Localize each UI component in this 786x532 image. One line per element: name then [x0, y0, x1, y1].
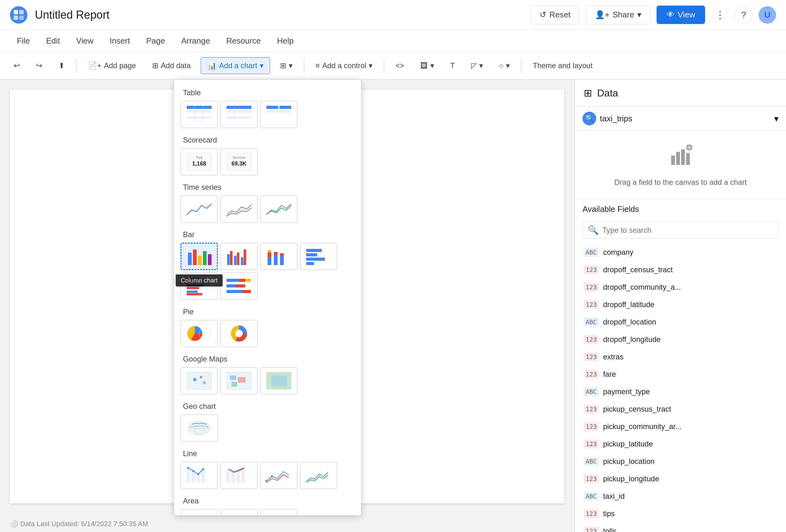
field-name: pickup_longitude — [603, 475, 777, 483]
code-button[interactable]: <> — [389, 57, 411, 74]
chart-option[interactable] — [260, 243, 298, 270]
svg-rect-44 — [268, 257, 271, 265]
field-item[interactable]: 123dropoff_latitude — [575, 296, 786, 313]
svg-rect-42 — [241, 257, 243, 265]
chart-option[interactable] — [181, 509, 218, 515]
field-item[interactable]: 123dropoff_community_a... — [575, 278, 786, 296]
menu-file[interactable]: File — [10, 33, 37, 49]
add-page-button[interactable]: 📄+ Add page — [82, 57, 142, 74]
chart-option[interactable] — [181, 462, 218, 489]
undo-button[interactable]: ↩ — [7, 57, 26, 74]
field-item[interactable]: 123pickup_census_tract — [575, 400, 786, 418]
add-control-button[interactable]: ≡ Add a control ▾ — [309, 57, 379, 74]
chart-option[interactable] — [181, 195, 218, 223]
field-item[interactable]: ABCpayment_type — [575, 383, 786, 400]
help-button[interactable]: ? — [735, 6, 753, 24]
field-item[interactable]: 123dropoff_census_tract — [575, 261, 786, 278]
image-button[interactable]: 🖼 ▾ — [414, 57, 440, 74]
field-item[interactable]: ABCtaxi_id — [575, 487, 786, 505]
field-item[interactable]: 123tips — [575, 505, 786, 522]
chart-option[interactable] — [181, 414, 218, 442]
measure-button[interactable]: ○ ▾ — [493, 57, 516, 74]
chart-options-row — [174, 460, 361, 493]
chart-option[interactable] — [220, 101, 258, 128]
chart-option[interactable]: Total1,168 — [181, 148, 218, 176]
svg-rect-6 — [681, 149, 685, 165]
chart-option[interactable] — [260, 195, 298, 223]
field-item[interactable]: 123pickup_community_ar... — [575, 418, 786, 435]
select-tool-button[interactable]: ⬆ — [52, 57, 71, 74]
menu-view[interactable]: View — [69, 33, 100, 49]
right-panel: ⊞ Data 🔍 taxi_trips ▾ Dr — [574, 79, 786, 532]
chart-option[interactable] — [181, 367, 218, 394]
svg-point-97 — [265, 480, 267, 482]
avatar[interactable]: U — [759, 6, 776, 24]
view-button[interactable]: 👁 View — [656, 6, 705, 24]
data-source-row: 🔍 taxi_trips ▾ — [575, 107, 786, 131]
measure-icon: ○ — [499, 61, 504, 70]
theme-button[interactable]: Theme and layout — [527, 57, 599, 74]
field-item[interactable]: ABCcompany — [575, 244, 786, 261]
menu-help[interactable]: Help — [270, 33, 300, 49]
more-options-button[interactable]: ⋮ — [711, 6, 729, 24]
svg-rect-4 — [671, 156, 675, 165]
svg-rect-26 — [279, 110, 291, 113]
chart-option[interactable] — [260, 367, 298, 394]
search-input[interactable] — [602, 226, 773, 235]
community-button[interactable]: ⊞ ▾ — [274, 57, 299, 74]
svg-rect-95 — [236, 470, 239, 483]
chart-option[interactable] — [220, 509, 258, 515]
svg-rect-48 — [274, 252, 278, 255]
svg-rect-11 — [187, 106, 212, 109]
reset-button[interactable]: ↺ Reset — [531, 5, 580, 24]
chart-option[interactable] — [220, 243, 258, 270]
shape-button[interactable]: ◸ ▾ — [465, 57, 489, 74]
field-item[interactable]: 123pickup_latitude — [575, 435, 786, 453]
chart-option[interactable] — [220, 195, 258, 223]
chart-option[interactable] — [220, 462, 258, 489]
add-data-button[interactable]: ⊞ Add data — [146, 57, 197, 74]
svg-rect-5 — [676, 152, 680, 165]
chart-option[interactable]: Sessions69.3K — [220, 148, 258, 176]
svg-point-89 — [187, 467, 189, 469]
menu-page[interactable]: Page — [139, 33, 172, 49]
field-item[interactable]: 123extras — [575, 348, 786, 366]
redo-button[interactable]: ↪ — [30, 57, 49, 74]
field-type-123: 123 — [584, 509, 599, 518]
field-item[interactable]: 123fare — [575, 366, 786, 383]
chart-option[interactable] — [300, 243, 337, 270]
menu-resource[interactable]: Resource — [219, 33, 268, 49]
field-name: dropoff_census_tract — [603, 265, 777, 274]
menu-edit[interactable]: Edit — [39, 33, 67, 49]
field-name: pickup_location — [603, 457, 777, 466]
data-source-select[interactable]: taxi_trips — [600, 114, 770, 123]
field-item[interactable]: 123dropoff_longitude — [575, 331, 786, 348]
chart-option[interactable] — [181, 101, 218, 128]
svg-rect-33 — [188, 253, 192, 265]
chart-option[interactable] — [300, 462, 337, 489]
chart-option[interactable] — [181, 273, 218, 300]
chart-option[interactable] — [220, 273, 258, 300]
svg-rect-3 — [19, 16, 24, 20]
chart-option[interactable] — [220, 367, 258, 394]
menu-insert[interactable]: Insert — [103, 33, 137, 49]
chart-option[interactable] — [260, 462, 298, 489]
field-item[interactable]: ABCdropoff_location — [575, 313, 786, 331]
add-chart-button[interactable]: 📊 Add a chart ▾ — [201, 57, 270, 74]
chart-option[interactable] — [220, 320, 258, 347]
chevron-down-source[interactable]: ▾ — [774, 114, 779, 124]
svg-rect-77 — [230, 375, 236, 380]
chart-option[interactable] — [260, 509, 298, 515]
field-item[interactable]: ABCpickup_location — [575, 453, 786, 470]
svg-rect-93 — [227, 469, 230, 483]
field-type-abc: ABC — [584, 248, 599, 257]
field-item[interactable]: 123tolls — [575, 522, 786, 532]
chart-option[interactable] — [260, 101, 298, 128]
chart-option[interactable]: Column chart — [181, 243, 218, 270]
share-button[interactable]: 👤+ Share ▾ — [586, 5, 651, 24]
chart-option[interactable] — [181, 320, 218, 347]
svg-rect-46 — [268, 250, 271, 253]
text-button[interactable]: T — [444, 57, 461, 74]
field-item[interactable]: 123pickup_longitude — [575, 470, 786, 487]
menu-arrange[interactable]: Arrange — [174, 33, 217, 49]
